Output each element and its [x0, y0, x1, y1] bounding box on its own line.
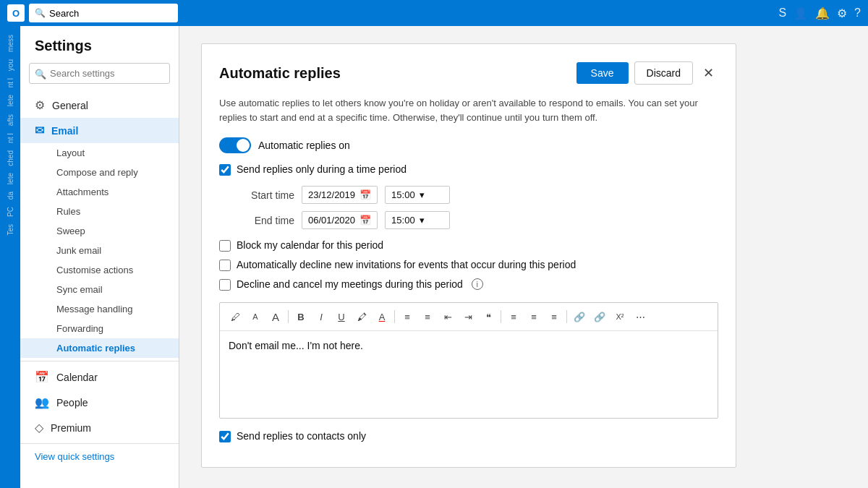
toolbar-highlight[interactable]: 🖍: [352, 307, 371, 326]
end-time-label: End time: [237, 215, 294, 226]
sidebar-sub-junk[interactable]: Junk email: [20, 241, 179, 260]
toolbar-align-right[interactable]: ≡: [545, 307, 563, 326]
notifications-icon[interactable]: 🔔: [815, 7, 830, 20]
folder-item-afts[interactable]: afts: [5, 111, 16, 129]
toolbar-align-left[interactable]: ≡: [504, 307, 523, 326]
discard-button[interactable]: Discard: [634, 61, 693, 85]
folder-item-ched[interactable]: ched: [5, 147, 16, 169]
toolbar-font-size-up[interactable]: A: [266, 307, 285, 326]
toolbar-indent-less[interactable]: ⇤: [438, 307, 457, 326]
close-button[interactable]: ✕: [699, 64, 718, 82]
block-calendar-label: Block my calendar for this period: [237, 239, 383, 251]
toolbar-indent-more[interactable]: ⇥: [459, 307, 477, 326]
toolbar-underline[interactable]: U: [332, 307, 351, 326]
start-date-input[interactable]: 23/12/2019 📅: [302, 186, 378, 204]
sidebar-item-general-label: General: [52, 100, 88, 111]
skype-icon[interactable]: S: [778, 7, 786, 20]
decline-invitations-row: Automatically decline new invitations fo…: [219, 259, 718, 271]
toolbar-remove-link[interactable]: 🔗: [590, 307, 609, 326]
send-contacts-only-row: Send replies to contacts only: [219, 430, 718, 442]
sidebar-sub-compose-reply[interactable]: Compose and reply: [20, 163, 179, 182]
sidebar-sub-sync[interactable]: Sync email: [20, 280, 179, 299]
start-time-select[interactable]: 15:00 ▾: [385, 186, 450, 204]
folder-item-da[interactable]: da: [5, 189, 16, 202]
sidebar-item-premium[interactable]: ◇ Premium: [20, 415, 179, 440]
toolbar-italic[interactable]: I: [312, 307, 331, 326]
toolbar-superscript[interactable]: X²: [610, 307, 629, 326]
decline-cancel-row: Decline and cancel my meetings during th…: [219, 278, 718, 291]
folder-item-lete2[interactable]: lete: [5, 170, 16, 187]
folder-item-ent[interactable]: nt l: [5, 75, 16, 90]
toolbar-font-color[interactable]: A: [373, 307, 391, 326]
toolbar-insert-link[interactable]: 🔗: [570, 307, 589, 326]
editor-body[interactable]: Don't email me... I'm not here.: [220, 331, 718, 418]
sidebar-sub-sweep[interactable]: Sweep: [20, 221, 179, 241]
toolbar-font-size-down[interactable]: A: [246, 307, 265, 326]
toolbar-bold[interactable]: B: [292, 307, 310, 326]
folder-item-nti[interactable]: nt I: [5, 130, 16, 146]
sidebar-sub-forwarding[interactable]: Forwarding: [20, 319, 179, 338]
save-button[interactable]: Save: [576, 62, 629, 84]
view-quick-settings[interactable]: View quick settings: [20, 447, 179, 466]
end-date-value: 06/01/2020: [308, 215, 355, 226]
toolbar-align-center[interactable]: ≡: [524, 307, 543, 326]
settings-panel: Settings 🔍 ⚙ General ✉ Email Layout Comp…: [20, 26, 179, 488]
decline-invitations-label: Automatically decline new invitations fo…: [237, 259, 576, 270]
outlook-logo: O: [7, 4, 25, 22]
settings-search-icon: 🔍: [35, 68, 46, 79]
end-time-value: 15:00: [391, 215, 415, 226]
settings-search-input[interactable]: [29, 63, 170, 84]
toolbar-quote[interactable]: ❝: [479, 307, 498, 326]
send-contacts-only-checkbox[interactable]: [219, 431, 231, 442]
send-replies-time-period-label: Send replies only during a time period: [237, 163, 407, 175]
info-icon[interactable]: i: [472, 278, 483, 290]
sidebar-sub-customise[interactable]: Customise actions: [20, 260, 179, 280]
contact-icon[interactable]: 👤: [793, 7, 808, 20]
block-calendar-checkbox[interactable]: [219, 240, 231, 252]
toolbar-more[interactable]: ⋯: [631, 307, 650, 326]
end-date-input[interactable]: 06/01/2020 📅: [302, 211, 378, 229]
toolbar-numbering[interactable]: ≡: [418, 307, 437, 326]
decline-cancel-label: Decline and cancel my meetings during th…: [237, 278, 463, 290]
calendar-icon: 📅: [35, 370, 49, 384]
time-period-section: Start time 23/12/2019 📅 15:00 ▾ End time: [237, 186, 718, 229]
editor-toolbar: 🖊 A A B I U 🖍 A ≡ ≡ ⇤ ⇥ ❝: [220, 303, 718, 331]
start-time-value: 15:00: [391, 189, 415, 200]
folder-item-tes[interactable]: Tes: [5, 221, 16, 239]
sidebar-sub-message-handling[interactable]: Message handling: [20, 299, 179, 319]
toolbar-format-painter[interactable]: 🖊: [226, 307, 244, 326]
folder-item-mess[interactable]: mess: [5, 32, 16, 55]
search-wrap: 🔍: [29, 4, 260, 22]
start-date-value: 23/12/2019: [308, 189, 355, 200]
end-date-calendar-icon: 📅: [359, 215, 371, 226]
sidebar-sub-layout[interactable]: Layout: [20, 143, 179, 163]
sidebar-sub-automatic-replies[interactable]: Automatic replies: [20, 338, 179, 358]
toolbar-bullets[interactable]: ≡: [398, 307, 417, 326]
nav-divider-1: [20, 361, 179, 361]
help-icon[interactable]: ?: [854, 7, 861, 20]
editor-container: 🖊 A A B I U 🖍 A ≡ ≡ ⇤ ⇥ ❝: [219, 302, 718, 419]
decline-invitations-checkbox[interactable]: [219, 260, 231, 271]
sidebar-item-email[interactable]: ✉ Email: [20, 118, 179, 143]
sidebar-item-calendar[interactable]: 📅 Calendar: [20, 364, 179, 390]
folder-item-pc[interactable]: PC: [5, 204, 16, 220]
panel-header: Automatic replies Save Discard ✕: [219, 61, 718, 85]
folder-item-you[interactable]: you: [5, 56, 16, 74]
content-area: mess you nt l lete afts nt I ched lete d…: [0, 26, 868, 488]
sidebar-sub-attachments[interactable]: Attachments: [20, 182, 179, 202]
send-replies-time-period-checkbox[interactable]: [219, 164, 231, 176]
end-time-select[interactable]: 15:00 ▾: [385, 211, 450, 229]
sidebar-item-general[interactable]: ⚙ General: [20, 93, 179, 118]
settings-icon[interactable]: ⚙: [837, 7, 847, 20]
sidebar-item-people[interactable]: 👥 People: [20, 390, 179, 415]
decline-cancel-checkbox[interactable]: [219, 279, 231, 291]
panel-actions: Save Discard ✕: [576, 61, 718, 85]
general-icon: ⚙: [35, 98, 45, 112]
nav-divider-2: [20, 443, 179, 444]
extra-checkboxes: Block my calendar for this period Automa…: [219, 239, 718, 291]
folder-item-lete[interactable]: lete: [5, 92, 16, 109]
start-time-chevron-icon: ▾: [420, 189, 425, 200]
top-search-input[interactable]: [29, 4, 178, 22]
automatic-replies-toggle[interactable]: [219, 137, 251, 153]
sidebar-sub-rules[interactable]: Rules: [20, 202, 179, 221]
